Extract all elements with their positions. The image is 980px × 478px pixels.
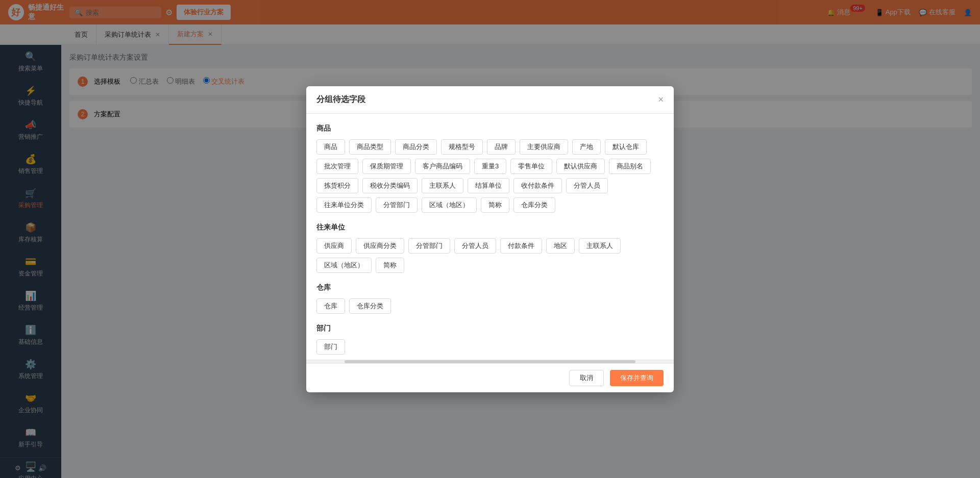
modal-close-button[interactable]: × — [658, 94, 664, 105]
modal-header: 分组待选字段 × — [306, 86, 674, 114]
field-tag-0-19[interactable]: 收付款条件 — [513, 178, 562, 193]
field-tag-2-0[interactable]: 仓库 — [316, 298, 345, 314]
field-tag-0-10[interactable]: 客户商品编码 — [415, 159, 470, 174]
field-tag-0-4[interactable]: 品牌 — [487, 139, 516, 155]
cancel-button[interactable]: 取消 — [569, 370, 604, 386]
field-tag-1-6[interactable]: 主联系人 — [579, 238, 621, 254]
field-tag-0-11[interactable]: 重量3 — [474, 159, 506, 174]
field-tag-0-0[interactable]: 商品 — [316, 139, 345, 155]
field-tag-1-5[interactable]: 地区 — [546, 238, 575, 254]
field-tag-0-14[interactable]: 商品别名 — [609, 159, 651, 174]
field-tag-1-4[interactable]: 付款条件 — [500, 238, 542, 254]
field-tags-1: 供应商供应商分类分管部门分管人员付款条件地区主联系人区域（地区）简称 — [316, 238, 664, 273]
field-group-1: 往来单位供应商供应商分类分管部门分管人员付款条件地区主联系人区域（地区）简称 — [316, 223, 664, 273]
field-tags-2: 仓库仓库分类 — [316, 298, 664, 314]
field-tags-3: 部门 — [316, 339, 664, 355]
field-group-title-2: 仓库 — [316, 283, 664, 292]
field-group-title-3: 部门 — [316, 324, 664, 333]
field-tag-0-8[interactable]: 批次管理 — [316, 159, 358, 174]
field-tag-0-24[interactable]: 简称 — [481, 197, 509, 213]
field-tag-0-3[interactable]: 规格型号 — [441, 139, 483, 155]
modal-footer: 取消 保存并查询 — [306, 363, 674, 392]
field-tag-0-1[interactable]: 商品类型 — [349, 139, 391, 155]
field-group-2: 仓库仓库仓库分类 — [316, 283, 664, 314]
modal-overlay: 分组待选字段 × 商品商品商品类型商品分类规格型号品牌主要供应商产地默认仓库批次… — [0, 0, 980, 478]
field-tag-1-8[interactable]: 简称 — [376, 258, 404, 273]
field-tag-0-25[interactable]: 仓库分类 — [513, 197, 555, 213]
field-tag-0-7[interactable]: 默认仓库 — [605, 139, 647, 155]
field-tag-3-0[interactable]: 部门 — [316, 339, 345, 355]
field-tag-0-20[interactable]: 分管人员 — [566, 178, 608, 193]
field-tag-0-16[interactable]: 税收分类编码 — [362, 178, 418, 193]
field-tag-0-5[interactable]: 主要供应商 — [520, 139, 568, 155]
field-tag-0-21[interactable]: 往来单位分类 — [316, 197, 372, 213]
field-tag-0-23[interactable]: 区域（地区） — [422, 197, 477, 213]
field-tag-1-0[interactable]: 供应商 — [316, 238, 352, 254]
field-tag-1-3[interactable]: 分管人员 — [454, 238, 496, 254]
field-tag-0-17[interactable]: 主联系人 — [422, 178, 463, 193]
field-tag-0-2[interactable]: 商品分类 — [395, 139, 437, 155]
field-tag-2-1[interactable]: 仓库分类 — [349, 298, 391, 314]
field-group-title-1: 往来单位 — [316, 223, 664, 232]
modal-body[interactable]: 商品商品商品类型商品分类规格型号品牌主要供应商产地默认仓库批次管理保质期管理客户… — [306, 114, 674, 360]
field-tag-1-2[interactable]: 分管部门 — [408, 238, 450, 254]
field-tag-0-18[interactable]: 结算单位 — [468, 178, 509, 193]
field-tag-0-9[interactable]: 保质期管理 — [362, 159, 411, 174]
field-tag-0-13[interactable]: 默认供应商 — [556, 159, 605, 174]
modal-scroll-track — [306, 360, 674, 363]
modal-title: 分组待选字段 — [316, 94, 365, 105]
field-tag-0-15[interactable]: 拣货积分 — [316, 178, 358, 193]
field-tag-0-12[interactable]: 零售单位 — [510, 159, 552, 174]
field-tag-0-22[interactable]: 分管部门 — [376, 197, 418, 213]
field-tags-0: 商品商品类型商品分类规格型号品牌主要供应商产地默认仓库批次管理保质期管理客户商品… — [316, 139, 664, 213]
field-group-0: 商品商品商品类型商品分类规格型号品牌主要供应商产地默认仓库批次管理保质期管理客户… — [316, 124, 664, 213]
modal: 分组待选字段 × 商品商品商品类型商品分类规格型号品牌主要供应商产地默认仓库批次… — [306, 86, 674, 392]
field-tag-1-1[interactable]: 供应商分类 — [356, 238, 404, 254]
confirm-button[interactable]: 保存并查询 — [610, 370, 664, 386]
field-group-title-0: 商品 — [316, 124, 664, 133]
field-group-3: 部门部门 — [316, 324, 664, 355]
field-tag-1-7[interactable]: 区域（地区） — [316, 258, 372, 273]
field-tag-0-6[interactable]: 产地 — [572, 139, 601, 155]
